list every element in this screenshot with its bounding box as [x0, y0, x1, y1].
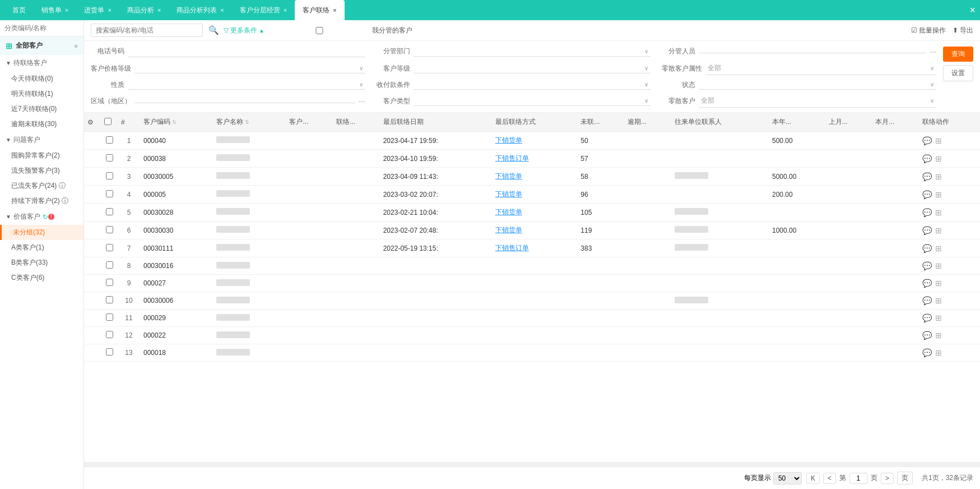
filter-customer-type-select[interactable]: ∨	[414, 96, 651, 106]
tab-product-analysis-list-close[interactable]: ×	[220, 7, 224, 13]
sidebar-search-input[interactable]	[4, 24, 84, 32]
sidebar-item-class-a[interactable]: A类客户(1)	[0, 240, 83, 255]
more-action-icon[interactable]: ⊞	[935, 348, 942, 357]
more-action-icon[interactable]: ⊞	[935, 313, 942, 322]
last-contact-method-link[interactable]: 下销货单	[495, 136, 522, 144]
col-level-header[interactable]: 客户...	[286, 113, 333, 132]
sidebar-item-churn-warning[interactable]: 流失预警客户(3)	[0, 163, 83, 178]
row-checkbox[interactable]	[106, 279, 113, 286]
more-action-icon[interactable]: ⊞	[935, 226, 942, 235]
last-page-btn[interactable]: 页	[897, 472, 913, 485]
filter-person-select[interactable]	[699, 49, 926, 53]
close-all-tabs[interactable]: ×	[969, 4, 976, 16]
sidebar-all-customers[interactable]: ⊞ 全部客户 «	[0, 36, 83, 55]
more-action-icon[interactable]: ⊞	[935, 331, 942, 340]
filter-dept-select[interactable]: ∨	[414, 47, 651, 57]
contact-icon[interactable]: 💬	[922, 348, 932, 357]
contact-icon[interactable]: 💬	[922, 172, 932, 181]
tab-customer-segment-close[interactable]: ×	[284, 7, 287, 13]
filter-retail-attr-select[interactable]: 全部 ∨	[705, 62, 936, 75]
sidebar-item-hoard-abnormal[interactable]: 囤购异常客户(2)	[0, 148, 83, 163]
row-checkbox[interactable]	[106, 348, 113, 356]
filter-nature-select[interactable]: ∨	[128, 80, 365, 90]
page-number-input[interactable]	[849, 473, 867, 484]
batch-action-btn[interactable]: ☑ 批量操作	[911, 26, 946, 35]
last-contact-method-link[interactable]: 下销货单	[495, 208, 522, 216]
tab-customer-contact-close[interactable]: ×	[333, 7, 336, 13]
tab-product-analysis-list[interactable]: 商品分析列表 ×	[169, 0, 231, 20]
select-all-checkbox[interactable]	[104, 118, 112, 125]
tab-sales-close[interactable]: ×	[65, 7, 68, 13]
contact-icon[interactable]: 💬	[922, 154, 932, 163]
contact-icon[interactable]: 💬	[922, 261, 932, 270]
search-input[interactable]	[91, 24, 203, 37]
col-last-contact-date-header[interactable]: 最后联络日期	[380, 113, 492, 132]
sidebar-item-class-b[interactable]: B类客户(33)	[0, 255, 83, 270]
refresh-value-icon[interactable]: ↻	[43, 213, 48, 221]
horizontal-scrollbar[interactable]	[84, 462, 980, 467]
sidebar-item-class-c[interactable]: C类客户(6)	[0, 270, 83, 285]
last-contact-method-link[interactable]: 下销货单	[495, 226, 522, 234]
row-checkbox[interactable]	[106, 261, 113, 269]
toolbar-search-icon[interactable]: 🔍	[208, 25, 219, 35]
contact-icon[interactable]: 💬	[922, 208, 932, 217]
filter-customer-level-select[interactable]: ∨	[414, 63, 651, 73]
sidebar-collapse-icon[interactable]: «	[74, 42, 78, 50]
row-checkbox[interactable]	[106, 172, 113, 179]
reset-button[interactable]: 设置	[943, 65, 973, 81]
tab-purchase[interactable]: 进货单 ×	[76, 0, 119, 20]
col-settings[interactable]: ⚙	[84, 113, 101, 132]
more-action-icon[interactable]: ⊞	[935, 279, 942, 288]
filter-retail-customer-select[interactable]: 全部 ∨	[699, 94, 936, 108]
col-last-contact-method-header[interactable]: 最后联络方式	[492, 113, 578, 132]
sidebar-group-value[interactable]: ▼ 价值客户 ↻ !	[0, 209, 83, 225]
page-size-select[interactable]: 20 50 100	[773, 472, 802, 485]
more-action-icon[interactable]: ⊞	[935, 136, 942, 145]
row-checkbox[interactable]	[106, 208, 113, 215]
contact-icon[interactable]: 💬	[922, 313, 932, 322]
filter-payment-select[interactable]: ∨	[414, 80, 651, 90]
more-action-icon[interactable]: ⊞	[935, 190, 942, 199]
sidebar-group-pending[interactable]: ▼ 待联络客户	[0, 55, 83, 71]
prev-page-btn[interactable]: <	[823, 473, 836, 484]
row-checkbox[interactable]	[106, 190, 113, 197]
more-action-icon[interactable]: ⊞	[935, 172, 942, 181]
contact-icon[interactable]: 💬	[922, 136, 932, 145]
query-button[interactable]: 查询	[943, 47, 973, 62]
last-contact-method-link[interactable]: 下销货单	[495, 190, 522, 198]
last-contact-method-link[interactable]: 下销售订单	[495, 154, 529, 162]
col-overdue-header[interactable]: 逾期...	[624, 113, 671, 132]
settings-icon[interactable]: ⚙	[87, 118, 94, 126]
sidebar-item-7day-pending[interactable]: 近7天待联络(0)	[0, 102, 83, 117]
tab-product-analysis-close[interactable]: ×	[157, 7, 161, 13]
tab-home[interactable]: 首页	[4, 0, 34, 20]
my-customers-checkbox[interactable]	[269, 27, 370, 34]
col-code-header[interactable]: 客户编码 ⇅	[140, 113, 213, 132]
more-action-icon[interactable]: ⊞	[935, 244, 942, 253]
contact-icon[interactable]: 💬	[922, 190, 932, 199]
more-action-icon[interactable]: ⊞	[935, 208, 942, 217]
row-checkbox[interactable]	[106, 136, 113, 144]
tab-customer-segment[interactable]: 客户分层经营 ×	[232, 0, 295, 20]
filter-status-select[interactable]: ∨	[699, 80, 936, 90]
col-uncontacted-header[interactable]: 未联...	[577, 113, 624, 132]
col-last-month-header[interactable]: 上月...	[825, 113, 872, 132]
filter-region-more[interactable]: ···	[359, 96, 365, 105]
my-customers-checkbox-label[interactable]: 我分管的客户	[269, 26, 412, 35]
sidebar-item-churned[interactable]: 已流失客户(24) ⓘ	[0, 178, 83, 193]
row-checkbox[interactable]	[106, 331, 113, 338]
last-contact-method-link[interactable]: 下销售订单	[495, 244, 529, 252]
tab-customer-contact[interactable]: 客户联络 ×	[295, 0, 344, 20]
row-checkbox[interactable]	[106, 296, 113, 303]
sidebar-group-problem[interactable]: ▼ 问题客户	[0, 132, 83, 148]
more-action-icon[interactable]: ⊞	[935, 296, 942, 305]
first-page-btn[interactable]: K	[806, 473, 820, 484]
export-btn[interactable]: ⬆ 导出	[953, 26, 973, 35]
filter-phone-input[interactable]	[128, 45, 365, 57]
contact-icon[interactable]: 💬	[922, 244, 932, 253]
filter-region-select[interactable]	[134, 99, 355, 103]
more-action-icon[interactable]: ⊞	[935, 261, 942, 270]
col-this-month-header[interactable]: 本月...	[872, 113, 919, 132]
more-action-icon[interactable]: ⊞	[935, 154, 942, 163]
sidebar-item-today-pending[interactable]: 今天待联络(0)	[0, 71, 83, 86]
